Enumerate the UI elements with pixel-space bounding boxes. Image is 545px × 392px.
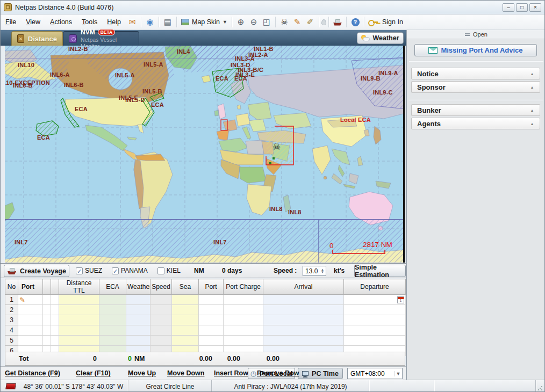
cell[interactable] [18, 336, 43, 346]
cell [150, 295, 172, 305]
missing-port-button[interactable]: Missing Port And Advice [414, 44, 537, 56]
tab-nvm-label: NVM [81, 28, 95, 36]
zoom-out-icon[interactable]: ⊖ [247, 16, 260, 28]
key-icon[interactable] [367, 16, 379, 28]
speed-label: Speed : [274, 264, 297, 278]
cell [199, 315, 224, 325]
world-map[interactable] [5, 46, 405, 263]
zoom-in-icon[interactable]: ⊕ [234, 16, 247, 28]
cell [172, 315, 199, 325]
calendar-icon[interactable] [397, 296, 404, 303]
cell[interactable] [18, 305, 43, 315]
title-bar: Netpas Distance 4.0 (Build 4076) –□× [1, 1, 544, 14]
speed-stepper[interactable]: 13.0 ▲▼ [303, 266, 326, 276]
days-label: 0 days [222, 264, 242, 278]
total-unit: NM [134, 355, 145, 362]
pencil-icon[interactable]: ✎ [19, 296, 25, 304]
collapse-icon [465, 33, 470, 36]
collapse-arrow-icon[interactable]: ▲ [527, 119, 537, 128]
sidebar-section-bunker[interactable]: Bunker▲ [411, 104, 540, 116]
drop-icon[interactable] [321, 19, 326, 25]
checkbox-label: PANAMA [121, 267, 148, 274]
cell[interactable]: ✎ [18, 295, 43, 305]
footer-link-1[interactable]: Get Distance (F9) [5, 369, 60, 377]
menu-actions[interactable]: Actions [45, 16, 77, 28]
footer-link-5[interactable]: Insert Row [214, 369, 248, 377]
speed-value[interactable]: 13.0 [303, 266, 319, 275]
canal-checkbox-suez[interactable]: ✓SUEZ [76, 267, 102, 274]
map-zone-label: INL6-A [50, 71, 70, 78]
sidebar-section-agents[interactable]: Agents▲ [411, 118, 540, 129]
cell [59, 315, 99, 325]
column-header-Weather: Weather [126, 279, 150, 295]
track-edit-icon[interactable]: ✎ [291, 16, 304, 28]
sidebar-section-notice[interactable]: Notice▲ [411, 68, 540, 79]
canal-checkbox-kiel[interactable]: KIEL [157, 267, 181, 274]
weather-button[interactable]: Weather [357, 32, 404, 44]
canal-checkbox-panama[interactable]: ✓PANAMA [112, 267, 148, 274]
voyage-ship-icon[interactable] [331, 16, 344, 28]
footer-links-row: ◷ Port Local PC Time GMT+08:00 ▼ Get Dis… [1, 366, 407, 380]
contacts-icon[interactable]: ◉ [144, 16, 156, 28]
map-zone-label: INL5-B [142, 88, 162, 95]
measure-icon[interactable]: ✐ [304, 16, 317, 28]
menu-help[interactable]: Help [102, 16, 126, 28]
checkbox-icon[interactable] [157, 267, 164, 274]
toolbar-separator [319, 17, 319, 27]
collapse-arrow-icon[interactable]: ▲ [527, 69, 537, 78]
cell [224, 336, 263, 346]
map-zone-label: INL4 [177, 48, 190, 55]
cell [43, 295, 51, 305]
piracy-icon[interactable]: ☠ [278, 16, 291, 28]
minimize-icon[interactable]: – [503, 3, 514, 12]
help-icon[interactable]: ? [349, 16, 362, 28]
collapse-arrow-icon[interactable]: ▲ [527, 106, 537, 114]
sidebar-open-header[interactable]: Open [407, 30, 545, 39]
create-voyage-button[interactable]: Create Voyage [4, 265, 69, 277]
menu-tools[interactable]: Tools [77, 16, 102, 28]
footer-link-6[interactable]: Remove Row [257, 369, 299, 377]
map-skin-dropdown[interactable]: Map Skin▼ [179, 18, 230, 26]
checkbox-icon[interactable]: ✓ [112, 267, 119, 274]
column-header-Port: Port [18, 279, 43, 295]
footer-link-2[interactable]: Clear (F10) [76, 369, 111, 377]
spinner-arrows-icon[interactable]: ▲▼ [319, 266, 326, 275]
collapse-arrow-icon[interactable]: ▲ [527, 83, 537, 91]
fullscreen-icon[interactable]: ◰ [260, 16, 273, 28]
cell [263, 315, 344, 325]
cell[interactable] [18, 325, 43, 336]
mail-icon[interactable]: ✉ [126, 16, 139, 28]
simple-estimation-button[interactable]: Simple Estimation [354, 265, 406, 277]
menu-file[interactable]: File [1, 16, 21, 28]
cell [99, 336, 126, 346]
footer-link-4[interactable]: Move Down [167, 369, 204, 377]
cell [263, 305, 344, 315]
cell [199, 336, 224, 346]
cell[interactable] [18, 315, 43, 325]
menu-view[interactable]: View [21, 16, 45, 28]
status-empty-1 [370, 380, 434, 392]
maximize-icon[interactable]: □ [516, 3, 528, 12]
envelope-icon [428, 47, 438, 54]
tab-nvm[interactable]: NVM BETA Netpas Vessel Monitor [63, 31, 139, 46]
tab-distance[interactable]: Distance [11, 31, 63, 46]
cell [126, 305, 150, 315]
pc-time-button[interactable]: PC Time [298, 368, 343, 379]
sidebar-open-label: Open [473, 31, 487, 38]
sidebar-divider [409, 100, 543, 101]
close-icon[interactable]: × [529, 3, 541, 12]
checkbox-icon[interactable]: ✓ [76, 267, 83, 274]
cell [172, 305, 199, 315]
footer-link-3[interactable]: Move Up [128, 369, 156, 377]
cell [263, 325, 344, 336]
sidebar-section-sponsor[interactable]: Sponsor▲ [411, 81, 540, 93]
column-header-blank [51, 279, 59, 295]
sign-in-button[interactable]: Sign In [382, 18, 403, 26]
print-icon[interactable]: ▤ [161, 16, 174, 28]
resize-grip[interactable] [537, 386, 543, 391]
column-header-Port: Port [199, 279, 224, 295]
timezone-select[interactable]: GMT+08:00 ▼ [347, 368, 403, 379]
map-zone-label: INL5-D [125, 97, 145, 103]
cell [51, 295, 59, 305]
chevron-down-icon: ▼ [394, 371, 402, 376]
